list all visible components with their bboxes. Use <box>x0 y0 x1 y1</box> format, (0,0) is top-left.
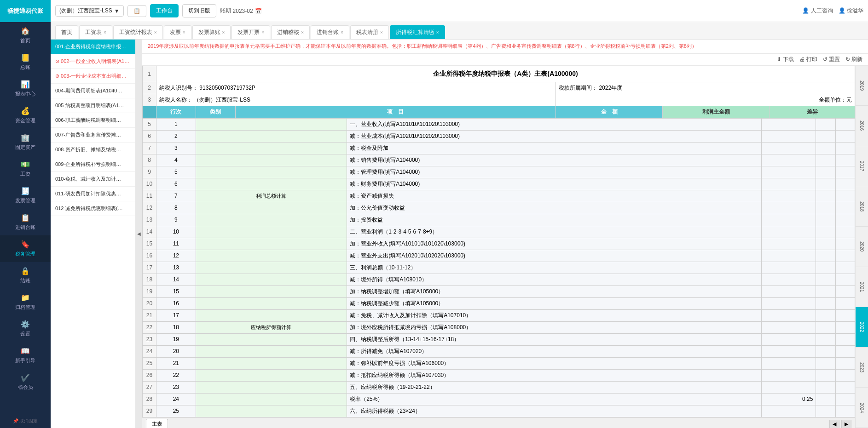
amount-cell[interactable] <box>762 369 816 381</box>
amount-cell[interactable] <box>762 226 816 238</box>
left-panel-item-006[interactable]: 006-职工薪酬纳税调整明细… <box>51 113 135 128</box>
profit-cell[interactable] <box>816 142 835 154</box>
amount-cell[interactable] <box>762 250 816 262</box>
amount-cell[interactable] <box>762 142 816 154</box>
tab-purchase-ledger[interactable]: 进销台账 × <box>311 25 349 39</box>
amount-cell[interactable] <box>762 166 816 178</box>
sidebar-item-reports[interactable]: 📊 报表中心 <box>0 75 51 102</box>
amount-cell[interactable] <box>762 262 816 274</box>
profit-cell[interactable] <box>816 345 835 357</box>
sidebar-item-purchases[interactable]: 📋 进销台账 <box>0 209 51 235</box>
amount-cell[interactable] <box>762 154 816 166</box>
print-btn[interactable]: 🖨 打印 <box>799 56 817 63</box>
workbench-btn[interactable]: 工作台 <box>150 4 179 17</box>
user-service[interactable]: 👤 人工咨询 <box>802 7 833 15</box>
amount-cell[interactable] <box>762 357 816 369</box>
sidebar-item-guide[interactable]: 📖 新手引导 <box>0 342 51 369</box>
year-2018[interactable]: 2018 <box>856 186 868 227</box>
profit-cell[interactable] <box>816 226 835 238</box>
tab-income-tax-close[interactable]: × <box>436 30 439 35</box>
amount-cell[interactable]: 0.25 <box>762 393 816 405</box>
profit-cell[interactable] <box>816 238 835 250</box>
diff-cell[interactable] <box>835 118 855 130</box>
refresh-btn[interactable]: ↻ 刷新 <box>845 56 862 63</box>
amount-cell[interactable] <box>762 130 816 142</box>
profit-cell[interactable] <box>816 393 835 405</box>
tab-invoice[interactable]: 发票 × <box>164 25 191 39</box>
left-panel-item-002[interactable]: ⊘ 002-一般企业收入明细表(A1… <box>51 54 135 69</box>
sidebar-item-ledger[interactable]: 📒 总账 <box>0 49 51 75</box>
tab-payroll-stats[interactable]: 工资统计报表 × <box>113 25 163 39</box>
sidebar-item-invoices[interactable]: 🧾 发票管理 <box>0 182 51 209</box>
diff-cell[interactable] <box>835 250 855 262</box>
profit-cell[interactable] <box>816 190 835 202</box>
diff-cell[interactable] <box>835 357 855 369</box>
amount-cell[interactable] <box>762 321 816 333</box>
sidebar-item-payroll[interactable]: 💵 工资 <box>0 155 51 182</box>
profit-cell[interactable] <box>816 381 835 393</box>
diff-cell[interactable] <box>835 393 855 405</box>
download-btn[interactable]: ⬇ 下载 <box>777 56 794 63</box>
profit-cell[interactable] <box>816 154 835 166</box>
diff-cell[interactable] <box>835 154 855 166</box>
diff-cell[interactable] <box>835 226 855 238</box>
diff-cell[interactable] <box>835 345 855 357</box>
left-panel-item-008[interactable]: 008-资产折旧、摊销及纳税… <box>51 143 135 157</box>
tab-payroll[interactable]: 工资表 × <box>79 25 112 39</box>
year-2020[interactable]: 2020 <box>856 227 868 267</box>
tab-invoice-calc[interactable]: 发票算账 × <box>192 25 231 39</box>
amount-cell[interactable] <box>762 405 816 417</box>
diff-cell[interactable] <box>835 238 855 250</box>
tab-purchase-audit[interactable]: 进销稽核 × <box>271 25 310 39</box>
diff-cell[interactable] <box>835 142 855 154</box>
profit-cell[interactable] <box>816 285 835 297</box>
collapse-panel-btn[interactable]: ◀ <box>136 40 142 428</box>
profit-cell[interactable] <box>816 130 835 142</box>
bottom-tab-main[interactable]: 主表 <box>146 419 168 428</box>
diff-cell[interactable] <box>835 274 855 285</box>
tab-income-tax[interactable]: 所得税汇算清缴 × <box>390 25 445 39</box>
profit-cell[interactable] <box>816 297 835 309</box>
amount-cell[interactable] <box>762 274 816 285</box>
diff-cell[interactable] <box>835 321 855 333</box>
profit-cell[interactable] <box>816 333 835 345</box>
tab-payroll-stats-close[interactable]: × <box>154 30 157 35</box>
left-panel-item-009[interactable]: 009-企业所得税补亏损明细… <box>51 157 135 172</box>
left-panel-item-005[interactable]: 005-纳税调整项目明细表(A1… <box>51 98 135 113</box>
tab-purchase-audit-close[interactable]: × <box>301 30 304 35</box>
profit-cell[interactable] <box>816 369 835 381</box>
diff-cell[interactable] <box>835 405 855 417</box>
diff-cell[interactable] <box>835 130 855 142</box>
left-panel-item-003[interactable]: ⊘ 003-一般企业成本支出明细… <box>51 69 135 84</box>
company-selector[interactable]: (勿删）江西服宝-LSS ▼ <box>55 5 124 17</box>
table-wrapper[interactable]: 1 企业所得税年度纳税申报表（A类）主表(A100000) 2 纳税人识别号： … <box>142 66 855 428</box>
year-2017[interactable]: 2017 <box>856 146 868 187</box>
sidebar-item-member[interactable]: ✔️ 畅会员 <box>0 369 51 395</box>
profit-cell[interactable] <box>816 309 835 321</box>
tab-invoice-open-close[interactable]: × <box>261 30 264 35</box>
profit-cell[interactable] <box>816 321 835 333</box>
calendar-icon[interactable]: 📅 <box>255 8 262 14</box>
sidebar-item-closing[interactable]: 🔒 结账 <box>0 262 51 289</box>
diff-cell[interactable] <box>835 214 855 226</box>
amount-cell[interactable] <box>762 238 816 250</box>
left-panel-item-001[interactable]: 001-企业所得税年度纳税申报… <box>51 40 135 54</box>
tab-home[interactable]: 首页 <box>55 25 78 39</box>
diff-cell[interactable] <box>835 202 855 214</box>
amount-cell[interactable] <box>762 285 816 297</box>
diff-cell[interactable] <box>835 333 855 345</box>
diff-cell[interactable] <box>835 285 855 297</box>
year-2022[interactable]: 2022 <box>856 307 868 348</box>
year-2023[interactable]: 2023 <box>856 348 868 388</box>
tab-invoice-calc-close[interactable]: × <box>222 30 225 35</box>
tab-tax-summary-close[interactable]: × <box>380 30 383 35</box>
profit-cell[interactable] <box>816 274 835 285</box>
profit-cell[interactable] <box>816 250 835 262</box>
year-2016[interactable]: 2016 <box>856 106 868 146</box>
profit-cell[interactable] <box>816 262 835 274</box>
tab-purchase-ledger-close[interactable]: × <box>341 30 343 35</box>
amount-cell[interactable] <box>762 297 816 309</box>
copy-btn[interactable]: 📋 <box>127 5 146 17</box>
nav-prev-btn[interactable]: ◀ <box>829 420 839 428</box>
tab-tax-summary[interactable]: 税表清册 × <box>350 25 389 39</box>
